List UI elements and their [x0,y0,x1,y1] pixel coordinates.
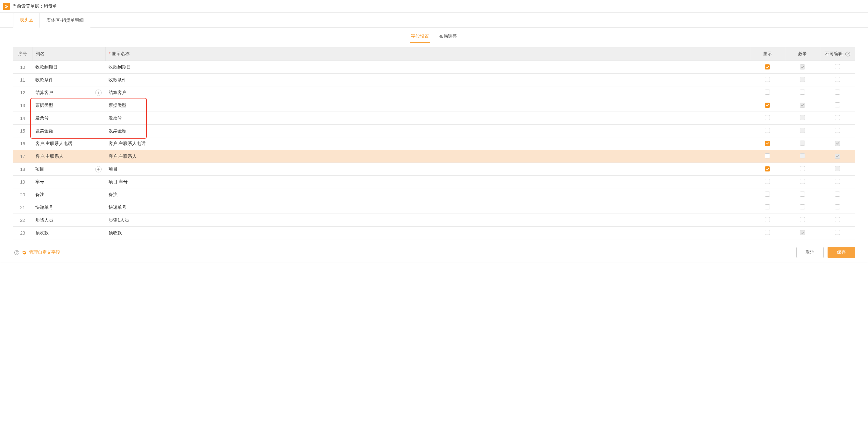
cell-required-checkbox [785,201,820,214]
save-button[interactable]: 保存 [828,247,855,258]
cell-display-checkbox [750,163,785,176]
cell-col-name: 票据类型 [32,99,105,112]
tab-1[interactable]: 表体区-销货单明细 [40,13,90,28]
help-icon[interactable]: ? [845,52,850,56]
table-row: 17客户.主联系人客户.主联系人 [13,150,855,163]
cell-index: 15 [13,125,32,137]
display-checkbox[interactable] [765,179,770,184]
cell-required-checkbox [785,125,820,137]
required-checkbox[interactable] [800,166,805,171]
cell-display-name[interactable]: 项目.车号 [105,176,750,189]
plus-icon[interactable]: + [95,166,101,172]
table-row: 19车号项目.车号 [13,176,855,189]
cell-display-name[interactable]: 结算客户 [105,86,750,99]
cancel-button[interactable]: 取消 [796,247,824,258]
cell-col-name: 发票号 [32,112,105,125]
required-checkbox[interactable] [800,90,805,95]
cell-noedit-checkbox [820,125,855,137]
noedit-checkbox[interactable] [835,102,840,107]
cell-required-checkbox [785,227,820,239]
noedit-checkbox[interactable] [835,230,840,235]
display-checkbox[interactable] [765,230,770,235]
noedit-checkbox[interactable] [835,217,840,222]
cell-index: 17 [13,150,32,163]
th-display: 显示 [750,47,785,61]
noedit-checkbox[interactable] [835,90,840,95]
cell-display-name[interactable]: 发票号 [105,112,750,125]
footer-help-icon[interactable]: ? [14,250,19,255]
cell-noedit-checkbox [820,86,855,99]
noedit-checkbox [835,154,840,159]
noedit-checkbox[interactable] [835,204,840,209]
expand-icon[interactable] [3,3,10,10]
cell-noedit-checkbox [820,176,855,189]
cell-required-checkbox [785,99,820,112]
cell-col-name: 快递单号 [32,201,105,214]
sub-tab-0[interactable]: 字段设置 [410,33,430,44]
noedit-checkbox[interactable] [835,179,840,184]
cell-display-name[interactable]: 票据类型 [105,99,750,112]
cell-display-name[interactable]: 收款条件 [105,74,750,86]
cell-display-name[interactable]: 快递单号 [105,201,750,214]
cell-display-checkbox [750,227,785,239]
cell-display-name[interactable]: 客户.主联系人电话 [105,137,750,150]
noedit-checkbox[interactable] [835,192,840,197]
required-checkbox[interactable] [800,192,805,197]
display-checkbox[interactable] [765,217,770,222]
required-checkbox[interactable] [800,217,805,222]
tab-0[interactable]: 表头区 [13,12,40,28]
cell-display-name[interactable]: 备注 [105,189,750,201]
cell-index: 20 [13,189,32,201]
table-wrapper: 序号 列名 *显示名称 显示 必录 不可编辑 ? 10收款到期日收款到期日11收… [13,47,855,239]
noedit-checkbox[interactable] [835,128,840,133]
display-checkbox[interactable] [765,153,770,159]
required-checkbox[interactable] [800,204,805,209]
required-checkbox[interactable] [800,179,805,184]
display-checkbox[interactable] [765,103,770,108]
cell-display-name[interactable]: 项目 [105,163,750,176]
cell-noedit-checkbox [820,137,855,150]
cell-display-name[interactable]: 步骤1人员 [105,214,750,227]
table-row: 10收款到期日收款到期日 [13,61,855,74]
cell-col-name: 预收款 [32,227,105,239]
noedit-checkbox[interactable] [835,115,840,120]
cell-display-name[interactable]: 预收款 [105,227,750,239]
display-checkbox[interactable] [765,141,770,146]
display-checkbox[interactable] [765,204,770,209]
cell-display-checkbox [750,61,785,74]
cell-col-name: 项目+ [32,163,105,176]
table-row: 21快递单号快递单号 [13,201,855,214]
cell-display-checkbox [750,137,785,150]
table-row: 15发票金额发票金额 [13,125,855,137]
display-checkbox[interactable] [765,77,770,82]
display-checkbox[interactable] [765,115,770,120]
manage-custom-fields-link[interactable]: 管理自定义字段 [29,250,60,255]
display-checkbox[interactable] [765,166,770,171]
plus-icon[interactable]: + [95,90,101,96]
display-checkbox[interactable] [765,64,770,69]
cell-required-checkbox [785,86,820,99]
noedit-checkbox[interactable] [835,64,840,69]
sub-tab-1[interactable]: 布局调整 [438,33,458,44]
display-checkbox[interactable] [765,192,770,197]
th-no-edit: 不可编辑 ? [820,47,855,61]
cell-display-checkbox [750,214,785,227]
noedit-checkbox[interactable] [835,77,840,82]
table-row: 16客户.主联系人电话客户.主联系人电话 [13,137,855,150]
footer-bar: ? 管理自定义字段 取消 保存 [0,242,868,263]
cell-display-name[interactable]: 客户.主联系人 [105,150,750,163]
th-display-name: *显示名称 [105,47,750,61]
cell-noedit-checkbox [820,61,855,74]
cell-col-name: 备注 [32,189,105,201]
cell-index: 16 [13,137,32,150]
cell-required-checkbox [785,214,820,227]
table-container: 序号 列名 *显示名称 显示 必录 不可编辑 ? 10收款到期日收款到期日11收… [0,44,868,239]
display-checkbox[interactable] [765,128,770,133]
cell-display-name[interactable]: 收款到期日 [105,61,750,74]
cell-required-checkbox [785,150,820,163]
cell-display-checkbox [750,74,785,86]
display-checkbox[interactable] [765,90,770,95]
header-bar: 当前设置单据： 销货单 [0,0,868,13]
sub-tabs: 字段设置布局调整 [0,28,868,44]
cell-display-name[interactable]: 发票金额 [105,125,750,137]
